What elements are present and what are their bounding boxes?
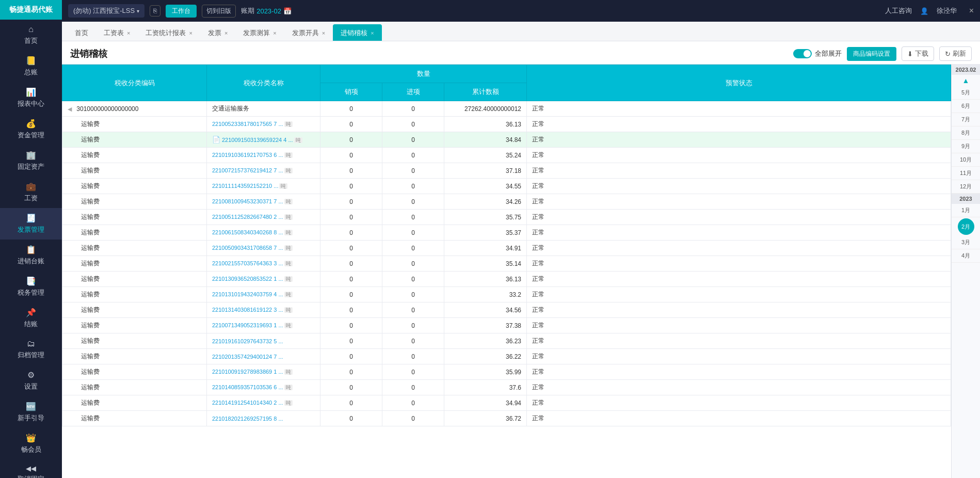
reports-icon: 📊 bbox=[26, 87, 36, 97]
cell-invoice: 2210131403081619122 3 ...吨 bbox=[207, 302, 320, 318]
cell-sales: 0 bbox=[320, 302, 382, 318]
cell-cumulative: 35.14 bbox=[444, 256, 527, 272]
sidebar-item-assets[interactable]: 🏢 固定资产 bbox=[0, 145, 62, 177]
cell-name: 运输费 bbox=[62, 302, 207, 318]
table-row: 运输费 2210201357429400124 7 ... 0 0 36.22 … bbox=[62, 349, 951, 364]
cal-month-3月[interactable]: 3月 bbox=[952, 236, 980, 249]
sidebar-item-reports[interactable]: 📊 报表中心 bbox=[0, 82, 62, 114]
table-row: 运输费 2210100919278983869 1 ...吨 0 0 35.99… bbox=[62, 364, 951, 380]
tab-payroll[interactable]: 工资表× bbox=[96, 24, 138, 41]
cal-month-1月[interactable]: 1月 bbox=[952, 204, 980, 217]
cell-status: 正常 bbox=[527, 395, 951, 411]
cell-cumulative: 33.2 bbox=[444, 287, 527, 302]
sidebar-item-invoice-mgmt[interactable]: 🧾 发票管理 bbox=[0, 208, 62, 240]
copy-button[interactable]: ⎘ bbox=[150, 5, 160, 17]
tab-close-invoice-open[interactable]: × bbox=[322, 30, 325, 36]
sidebar-unpin[interactable]: ◀◀ 取消固定 bbox=[0, 459, 62, 478]
support-label[interactable]: 人工咨询 bbox=[885, 6, 912, 15]
cal-month-5月[interactable]: 5月 bbox=[952, 86, 980, 100]
switch-old-button[interactable]: 切到旧版 bbox=[202, 5, 236, 18]
cell-purchase: 0 bbox=[382, 349, 444, 364]
tab-close-invoice[interactable]: × bbox=[224, 30, 228, 36]
col-status: 预警状态 bbox=[527, 65, 951, 101]
cell-invoice: 2210191036192170753 6 ...吨 bbox=[207, 148, 320, 163]
cal-month-8月[interactable]: 8月 bbox=[952, 126, 980, 140]
cal-month-10月[interactable]: 10月 bbox=[952, 153, 980, 167]
sidebar-item-archive[interactable]: 🗂 归档管理 bbox=[0, 334, 62, 365]
sidebar-label-settlement: 结账 bbox=[24, 320, 38, 329]
cell-purchase: 0 bbox=[382, 163, 444, 179]
cal-month-11月[interactable]: 11月 bbox=[952, 167, 980, 180]
cell-sales: 0 bbox=[320, 272, 382, 287]
main-content: (勿动) 江西报宝-LSS ▾ ⎘ 工作台 切到旧版 账期 2023-02 📅 … bbox=[62, 0, 980, 478]
cell-name: 运输费 bbox=[62, 395, 207, 411]
settings-icon: ⚙ bbox=[27, 370, 35, 380]
cell-cumulative: 36.23 bbox=[444, 333, 527, 349]
table-row: 运输费 2210130936520853522 1 ...吨 0 0 36.13… bbox=[62, 272, 951, 287]
settings-button[interactable]: 商品编码设置 bbox=[847, 47, 896, 61]
sidebar-item-home[interactable]: ⌂ 首页 bbox=[0, 20, 62, 51]
refresh-button[interactable]: ↻ 刷新 bbox=[939, 46, 972, 61]
cell-purchase: 0 bbox=[382, 256, 444, 272]
sidebar-item-member[interactable]: 👑 畅会员 bbox=[0, 428, 62, 459]
tab-label-payroll: 工资表 bbox=[104, 28, 124, 38]
tab-invoice-open[interactable]: 发票开具× bbox=[284, 24, 333, 41]
calendar-icon[interactable]: 📅 bbox=[283, 7, 292, 15]
cell-status: 正常 bbox=[527, 302, 951, 318]
cell-cumulative: 36.13 bbox=[444, 272, 527, 287]
sidebar-item-tax[interactable]: 📑 税务管理 bbox=[0, 271, 62, 302]
cal-month-4月[interactable]: 4月 bbox=[952, 249, 980, 263]
tab-sales-check[interactable]: 进销稽核× bbox=[333, 24, 381, 41]
tab-close-payroll-stats[interactable]: × bbox=[189, 30, 192, 36]
tab-close-payroll[interactable]: × bbox=[127, 30, 130, 36]
user-avatar: 👤 bbox=[920, 7, 928, 15]
sidebar-label-guide: 新手引导 bbox=[18, 413, 44, 423]
sales-desk-icon: 📋 bbox=[26, 245, 36, 254]
cal-month-2月[interactable]: 2月 bbox=[958, 218, 974, 235]
sidebar-item-guide[interactable]: 🆕 新手引导 bbox=[0, 396, 62, 428]
table-row: 运输费 2210052338178017565 7 ...吨 0 0 36.13… bbox=[62, 117, 951, 132]
cell-cumulative: 34.55 bbox=[444, 179, 527, 194]
topbar-close-btn[interactable]: × bbox=[969, 6, 974, 15]
cell-sales: 0 bbox=[320, 163, 382, 179]
table-row: 运输费 2210191036192170753 6 ...吨 0 0 35.24… bbox=[62, 148, 951, 163]
company-selector[interactable]: (勿动) 江西报宝-LSS ▾ bbox=[68, 4, 144, 18]
table-row: 运输费 2210131403081619122 3 ...吨 0 0 34.56… bbox=[62, 302, 951, 318]
tab-label-invoice: 发票 bbox=[208, 28, 221, 38]
workbench-button[interactable]: 工作台 bbox=[166, 5, 197, 18]
sidebar-item-settings[interactable]: ⚙ 设置 bbox=[0, 365, 62, 396]
cell-sales: 0 bbox=[320, 349, 382, 364]
cal-cur-year-label: 2023 bbox=[952, 194, 980, 204]
download-button[interactable]: ⬇ 下载 bbox=[902, 46, 934, 61]
sidebar-item-funds[interactable]: 💰 资金管理 bbox=[0, 114, 62, 145]
cal-month-6月[interactable]: 6月 bbox=[952, 100, 980, 113]
cell-sales: 0 bbox=[320, 241, 382, 256]
sidebar-item-ledger[interactable]: 📒 总账 bbox=[0, 51, 62, 82]
cal-up-nav[interactable]: ▲ bbox=[952, 75, 980, 86]
cell-purchase: 0 bbox=[382, 241, 444, 256]
sidebar-item-sales-desk[interactable]: 📋 进销台账 bbox=[0, 240, 62, 271]
tab-invoice[interactable]: 发票× bbox=[200, 24, 235, 41]
table-row: 运输费 2210131019432403759 4 ...吨 0 0 33.2 … bbox=[62, 287, 951, 302]
tab-close-invoice-calc[interactable]: × bbox=[273, 30, 276, 36]
sidebar-label-member: 畅会员 bbox=[21, 445, 41, 454]
tab-home[interactable]: 首页 bbox=[67, 24, 96, 41]
tab-payroll-stats[interactable]: 工资统计报表× bbox=[138, 24, 200, 41]
cell-name: 运输费 bbox=[62, 411, 207, 426]
cell-name: 运输费 bbox=[62, 148, 207, 163]
download-icon: ⬇ bbox=[907, 50, 913, 58]
tab-close-sales-check[interactable]: × bbox=[371, 30, 374, 36]
payroll-icon: 💼 bbox=[26, 182, 36, 192]
tab-invoice-calc[interactable]: 发票测算× bbox=[235, 24, 284, 41]
cal-month-12月[interactable]: 12月 bbox=[952, 180, 980, 194]
expand-toggle[interactable] bbox=[793, 49, 812, 58]
sidebar-item-payroll[interactable]: 💼 工资 bbox=[0, 177, 62, 208]
cal-month-9月[interactable]: 9月 bbox=[952, 140, 980, 153]
cell-status: 正常 bbox=[527, 117, 951, 132]
cal-month-7月[interactable]: 7月 bbox=[952, 113, 980, 126]
sidebar-item-settlement[interactable]: 📌 结账 bbox=[0, 302, 62, 334]
cell-purchase: 0 bbox=[382, 179, 444, 194]
tab-label-payroll-stats: 工资统计报表 bbox=[146, 28, 186, 38]
cell-purchase: 0 bbox=[382, 333, 444, 349]
cell-purchase: 0 bbox=[382, 364, 444, 380]
